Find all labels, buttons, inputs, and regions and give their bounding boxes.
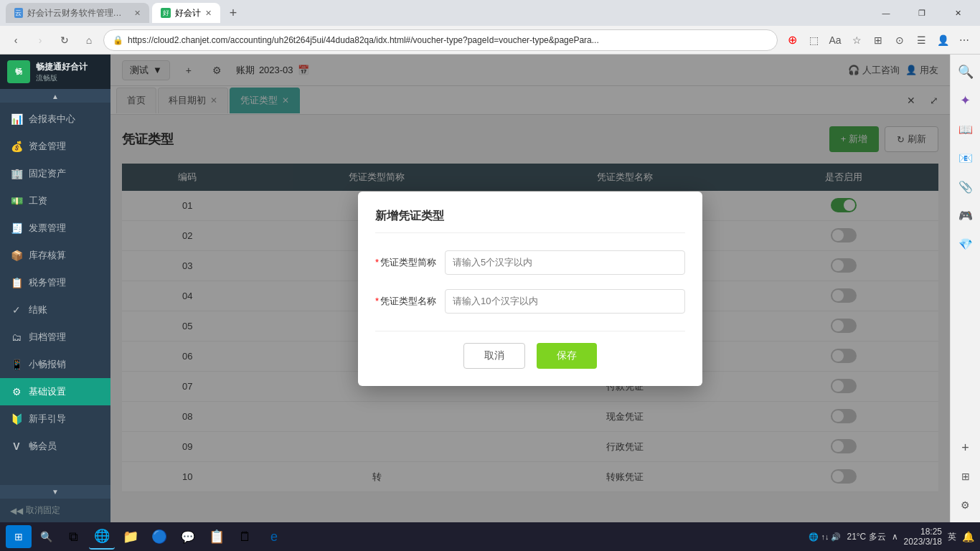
- taskbar-edge2[interactable]: e: [261, 524, 287, 550]
- sidebar-company-name: 畅捷通好合计: [36, 61, 88, 73]
- sidebar-item-settings[interactable]: ⚙ 基础设置: [0, 378, 110, 405]
- member-icon: V: [10, 440, 23, 453]
- settings-icon: ⚙: [10, 385, 23, 398]
- taskbar-clock: 18:25 2023/3/18: [904, 527, 942, 547]
- sidebar-reading-icon[interactable]: 📖: [953, 116, 979, 142]
- extension-icon-6[interactable]: ⊙: [890, 30, 910, 50]
- home-button[interactable]: ⌂: [79, 30, 99, 50]
- dialog-title: 新增凭证类型: [375, 209, 685, 233]
- taskbar-app1[interactable]: 📋: [204, 524, 230, 550]
- sidebar-search-icon[interactable]: 🔍: [953, 59, 979, 85]
- window-controls: — ❐ ✕: [870, 3, 974, 23]
- sidebar-item-dashboard[interactable]: 📊 会报表中心: [0, 105, 110, 133]
- tab1-close[interactable]: ✕: [134, 9, 141, 18]
- close-button[interactable]: ✕: [941, 3, 974, 23]
- pin-icon: ◀◀: [10, 506, 23, 516]
- address-text: https://cloud2.chanjet.com/accounting/uh…: [128, 35, 768, 45]
- notification-button[interactable]: 🔔: [962, 531, 974, 542]
- sidebar-item-fixed-assets-label: 固定资产: [29, 167, 66, 180]
- taskbar-taskview[interactable]: ⧉: [60, 524, 86, 550]
- extension-icon-4[interactable]: ☆: [847, 30, 867, 50]
- extension-icon-7[interactable]: ☰: [911, 30, 931, 50]
- sidebar-settings-icon[interactable]: ⚙: [953, 492, 979, 518]
- sidebar-grid-icon[interactable]: ⊞: [953, 463, 979, 489]
- sidebar-item-capital[interactable]: 💰 资金管理: [0, 133, 110, 160]
- sidebar-item-tax[interactable]: 📋 税务管理: [0, 269, 110, 296]
- maximize-button[interactable]: ❐: [905, 3, 938, 23]
- archive-icon: 🗂: [10, 331, 23, 344]
- sidebar-nav: 📊 会报表中心 💰 资金管理 🏢 固定资产 💵 工资 🧾 发票管理 📦: [0, 103, 110, 485]
- sidebar-item-checkout-label: 结账: [29, 303, 47, 316]
- sidebar-scroll-up[interactable]: ▲: [0, 90, 110, 103]
- taskbar-search-button[interactable]: 🔍: [34, 525, 57, 548]
- left-sidebar: 畅 畅捷通好合计 流畅版 ▲ 📊 会报表中心 💰 资金管理 🏢 固定资产 💵: [0, 55, 110, 522]
- browser-tab-1[interactable]: 云 好会计云财务软件管理系统_会计 ✕: [6, 3, 149, 23]
- salary-icon: 💵: [10, 194, 23, 207]
- dialog-overlay: 新增凭证类型 凭证类型简称 凭证类型名称 取消 保存: [110, 55, 950, 522]
- refresh-button[interactable]: ↻: [55, 30, 75, 50]
- save-button[interactable]: 保存: [537, 343, 597, 369]
- sidebar-brand: 畅捷通好合计 流畅版: [36, 61, 88, 83]
- taskbar-time: 18:25: [904, 527, 942, 537]
- invoice-icon: 🧾: [10, 222, 23, 235]
- sidebar-item-checkout[interactable]: ✓ 结账: [0, 296, 110, 324]
- forward-button[interactable]: ›: [30, 30, 50, 50]
- more-button[interactable]: ⋯: [954, 30, 974, 50]
- sidebar-item-archive[interactable]: 🗂 归档管理: [0, 324, 110, 351]
- sidebar-outlook-icon[interactable]: 📧: [953, 145, 979, 171]
- browser-tab-2[interactable]: 好 好会计 ✕: [152, 3, 220, 23]
- extension-icon-3[interactable]: Aa: [825, 30, 845, 50]
- tab2-favicon: 好: [161, 8, 171, 18]
- back-button[interactable]: ‹: [6, 30, 26, 50]
- sidebar-item-guide-label: 新手引导: [29, 413, 66, 425]
- address-bar[interactable]: 🔒 https://cloud2.chanjet.com/accounting/…: [103, 29, 778, 51]
- toolbar-icons: ⊕ ⬚ Aa ☆ ⊞ ⊙ ☰ 👤 ⋯: [782, 30, 974, 50]
- tab2-close[interactable]: ✕: [205, 9, 212, 18]
- browser-chrome: 云 好会计云财务软件管理系统_会计 ✕ 好 好会计 ✕ + — ❐ ✕ ‹ › …: [0, 0, 980, 55]
- sidebar-item-report[interactable]: 📱 小畅报销: [0, 351, 110, 378]
- start-button[interactable]: ⊞: [6, 525, 32, 548]
- sidebar-scroll-down[interactable]: ▼: [0, 485, 110, 498]
- new-tab-button[interactable]: +: [223, 3, 243, 23]
- taskbar-wechat[interactable]: 💬: [175, 524, 201, 550]
- minimize-button[interactable]: —: [870, 3, 903, 23]
- sidebar-item-fixed-assets[interactable]: 🏢 固定资产: [0, 160, 110, 187]
- title-bar: 云 好会计云财务软件管理系统_会计 ✕ 好 好会计 ✕ + — ❐ ✕: [0, 0, 980, 26]
- sidebar-item-inventory[interactable]: 📦 库存核算: [0, 242, 110, 269]
- taskbar-app2[interactable]: 🗒: [232, 524, 258, 550]
- browser-toolbar: ‹ › ↻ ⌂ 🔒 https://cloud2.chanjet.com/acc…: [0, 26, 980, 55]
- sidebar-item-guide[interactable]: 🔰 新手引导: [0, 405, 110, 433]
- cancel-button[interactable]: 取消: [463, 343, 525, 369]
- taskbar-right: 🌐 ↑↓ 🔊 21°C 多云 ∧ 18:25 2023/3/18 英 🔔: [809, 527, 974, 547]
- browser-right-sidebar: 🔍 ✦ 📖 📧 📎 🎮 💎 + ⊞ ⚙: [950, 55, 980, 522]
- sidebar-wallet-icon[interactable]: 💎: [953, 231, 979, 257]
- sidebar-item-tax-label: 税务管理: [29, 276, 66, 289]
- taskbar-edge[interactable]: 🌐: [89, 524, 115, 550]
- logo-text: 畅: [15, 67, 22, 77]
- sidebar-item-member[interactable]: V 畅会员: [0, 433, 110, 460]
- tab1-favicon: 云: [14, 8, 23, 18]
- sidebar-add-icon[interactable]: +: [953, 435, 979, 461]
- sidebar-office-icon[interactable]: 📎: [953, 174, 979, 199]
- checkout-icon: ✓: [10, 303, 23, 316]
- sidebar-footer[interactable]: ◀◀ 取消固定: [0, 498, 110, 522]
- sidebar-item-inventory-label: 库存核算: [29, 249, 66, 262]
- name-input[interactable]: [445, 289, 685, 314]
- sidebar-copilot-icon[interactable]: ✦: [953, 88, 979, 113]
- taskbar-chrome[interactable]: 🔵: [146, 524, 172, 550]
- sidebar-games-icon[interactable]: 🎮: [953, 202, 979, 228]
- taskbar-file[interactable]: 📁: [118, 524, 143, 550]
- abbr-input[interactable]: [445, 250, 685, 275]
- add-voucher-dialog: 新增凭证类型 凭证类型简称 凭证类型名称 取消 保存: [358, 192, 702, 386]
- dashboard-icon: 📊: [10, 113, 23, 126]
- guide-icon: 🔰: [10, 413, 23, 425]
- name-label: 凭证类型名称: [375, 295, 436, 308]
- sidebar-item-invoice[interactable]: 🧾 发票管理: [0, 215, 110, 242]
- extension-icon-5[interactable]: ⊞: [868, 30, 888, 50]
- sidebar-item-member-label: 畅会员: [29, 440, 57, 453]
- profile-icon[interactable]: 👤: [933, 30, 953, 50]
- extension-icon-1[interactable]: ⊕: [782, 30, 802, 50]
- extension-icon-2[interactable]: ⬚: [804, 30, 824, 50]
- chevron-up-icon[interactable]: ∧: [892, 532, 898, 542]
- sidebar-item-salary[interactable]: 💵 工资: [0, 187, 110, 215]
